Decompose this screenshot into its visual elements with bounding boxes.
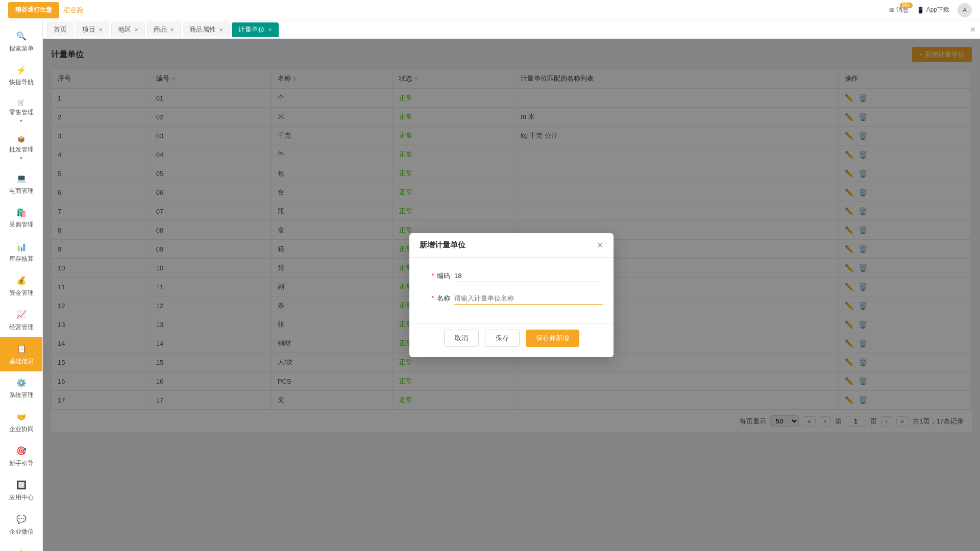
- sidebar-item-label: 零售管理: [9, 108, 34, 117]
- sidebar-item-partner[interactable]: 🤝 企业协同: [0, 406, 42, 440]
- tab-unit-close[interactable]: ✕: [268, 27, 272, 33]
- sidebar-item-newbie[interactable]: 🎯 新手引导: [0, 439, 42, 473]
- ecommerce-icon: 💻: [16, 172, 27, 185]
- tab-project-close[interactable]: ✕: [99, 27, 103, 33]
- tab-product-attr-close[interactable]: ✕: [219, 27, 223, 33]
- app-name: 稻谷跑: [63, 6, 83, 15]
- sidebar-item-finance[interactable]: 💰 资金管理: [0, 269, 42, 303]
- tab-product-attr[interactable]: 商品属性 ✕: [183, 22, 230, 37]
- save-and-new-button[interactable]: 保存并新增: [526, 330, 579, 347]
- sidebar-item-label: 企业协同: [9, 424, 34, 434]
- system-icon: ⚙️: [16, 377, 27, 390]
- sidebar-item-label: 批发管理: [9, 145, 34, 155]
- tab-project-label: 项目: [82, 25, 95, 34]
- sidebar-item-enterprise[interactable]: 💬 企业微信: [0, 508, 42, 542]
- app-download-label: App下载: [926, 6, 949, 14]
- form-item-code: * 编码: [420, 270, 603, 282]
- sidebar-item-inventory[interactable]: 📊 库存核算: [0, 235, 42, 269]
- tab-unit[interactable]: 计量单位 ✕: [232, 22, 279, 37]
- tab-bar: 首页 项目 ✕ 地区 ✕ 商品 ✕ 商品属性 ✕ 计量单位 ✕ ✕: [43, 20, 980, 39]
- sidebar-item-label: 应用中心: [9, 493, 34, 503]
- modal-body: * 编码 * 名称: [409, 258, 614, 323]
- apps-icon: 🔲: [16, 479, 27, 492]
- logo-area: 稻谷通行生意 稻谷跑: [8, 2, 83, 18]
- partner-icon: 🤝: [16, 411, 27, 424]
- inventory-icon: 📊: [16, 240, 27, 254]
- operations-icon: 📈: [16, 308, 27, 321]
- newbie-icon: 🎯: [16, 444, 27, 458]
- sidebar-item-retail[interactable]: 🛒 零售管理 ▼: [0, 93, 42, 130]
- sidebar-item-label: 搜索菜单: [9, 44, 34, 54]
- code-label: * 编码: [420, 271, 450, 281]
- finance-icon: 💰: [16, 274, 27, 287]
- sidebar-item-label: 系统管理: [9, 390, 34, 400]
- app-logo: 稻谷通行生意: [8, 2, 59, 18]
- sidebar-item-label: 快捷导航: [9, 78, 34, 87]
- tab-project[interactable]: 项目 ✕: [76, 22, 109, 37]
- purchase-icon: 🛍️: [16, 206, 27, 219]
- save-button[interactable]: 保存: [485, 330, 520, 347]
- sidebar-item-basic[interactable]: 📋 基础信息: [0, 337, 42, 371]
- content-area: 首页 项目 ✕ 地区 ✕ 商品 ✕ 商品属性 ✕ 计量单位 ✕ ✕: [43, 20, 980, 551]
- sidebar-item-operations[interactable]: 📈 经营管理: [0, 303, 42, 337]
- tab-product[interactable]: 商品 ✕: [147, 22, 181, 37]
- tab-product-close[interactable]: ✕: [170, 27, 174, 33]
- sidebar-item-label: 新手引导: [9, 459, 34, 468]
- sidebar-item-apps[interactable]: 🔲 应用中心: [0, 473, 42, 508]
- name-label: * 名称: [420, 294, 450, 303]
- tab-product-label: 商品: [154, 25, 167, 34]
- chevron-down-icon: ▼: [19, 117, 23, 124]
- tab-product-attr-label: 商品属性: [189, 25, 216, 34]
- code-input[interactable]: [454, 270, 603, 282]
- modal-overlay: 新增计量单位 ✕ * 编码 *: [43, 39, 980, 551]
- sidebar-item-label: 资金管理: [9, 288, 34, 298]
- chevron-down-icon: ▼: [19, 155, 23, 162]
- sidebar-item-label: 电商管理: [9, 186, 34, 196]
- sidebar-item-wholesale[interactable]: 📦 批发管理 ▼: [0, 130, 42, 167]
- name-input[interactable]: [454, 292, 603, 305]
- app-download-button[interactable]: 📱 App下载: [917, 6, 949, 14]
- sidebar-item-label: 基础信息: [9, 357, 34, 366]
- message-badge: 99+: [900, 3, 913, 8]
- modal-title: 新增计量单位: [420, 240, 465, 250]
- wholesale-icon: 📦: [17, 135, 25, 144]
- sidebar: 🔍 搜索菜单 ⚡ 快捷导航 🛒 零售管理 ▼ 📦 批发管理 ▼ 💻 电商管理 🛍…: [0, 20, 43, 551]
- main-layout: 🔍 搜索菜单 ⚡ 快捷导航 🛒 零售管理 ▼ 📦 批发管理 ▼ 💻 电商管理 🛍…: [0, 20, 980, 551]
- add-unit-modal: 新增计量单位 ✕ * 编码 *: [409, 233, 614, 357]
- download-icon: 📱: [917, 7, 924, 14]
- basic-icon: 📋: [16, 342, 27, 356]
- search-icon: 🔍: [16, 30, 27, 43]
- sidebar-item-quick-nav[interactable]: ⚡ 快捷导航: [0, 59, 42, 93]
- message-button[interactable]: ✉ 消息 99+: [889, 6, 909, 14]
- user-avatar[interactable]: A: [958, 3, 972, 17]
- tab-home[interactable]: 首页: [47, 22, 74, 37]
- top-right-actions: ✉ 消息 99+ 📱 App下载 A: [889, 3, 972, 17]
- top-bar: 稻谷通行生意 稻谷跑 ✉ 消息 99+ 📱 App下载 A: [0, 0, 980, 20]
- close-all-tabs-button[interactable]: ✕: [970, 26, 976, 34]
- page-content: 计量单位 + 新增计量单位 序号 编号⇅ 名称⇅ 状态⇅ 计量单位匹配的名称列表…: [43, 39, 980, 551]
- code-required: *: [431, 272, 434, 280]
- sidebar-item-label: 企业微信: [9, 527, 34, 537]
- modal-footer: 取消 保存 保存并新增: [409, 323, 614, 357]
- tab-region[interactable]: 地区 ✕: [111, 22, 145, 37]
- sidebar-item-label: 采购管理: [9, 220, 34, 230]
- sidebar-item-label: 经营管理: [9, 322, 34, 332]
- tab-region-close[interactable]: ✕: [134, 27, 138, 33]
- sidebar-item-system[interactable]: ⚙️ 系统管理: [0, 371, 42, 406]
- sidebar-item-purchase[interactable]: 🛍️ 采购管理: [0, 201, 42, 235]
- name-required: *: [431, 294, 434, 302]
- sidebar-item-ecommerce[interactable]: 💻 电商管理: [0, 167, 42, 201]
- logo-text: 稻谷通行生意: [15, 6, 52, 14]
- retail-icon: 🛒: [17, 98, 25, 108]
- tab-unit-label: 计量单位: [238, 25, 265, 34]
- modal-close-button[interactable]: ✕: [597, 240, 603, 250]
- cancel-button[interactable]: 取消: [444, 330, 479, 347]
- tab-region-label: 地区: [118, 25, 131, 34]
- enterprise-icon: 💬: [16, 513, 27, 526]
- avatar-text: A: [963, 7, 967, 14]
- sidebar-item-label: 库存核算: [9, 254, 34, 264]
- modal-header: 新增计量单位 ✕: [409, 233, 614, 258]
- form-item-name: * 名称: [420, 292, 603, 305]
- sidebar-item-member[interactable]: ⭐ 嗨会员: [0, 542, 42, 551]
- sidebar-item-search[interactable]: 🔍 搜索菜单: [0, 24, 42, 59]
